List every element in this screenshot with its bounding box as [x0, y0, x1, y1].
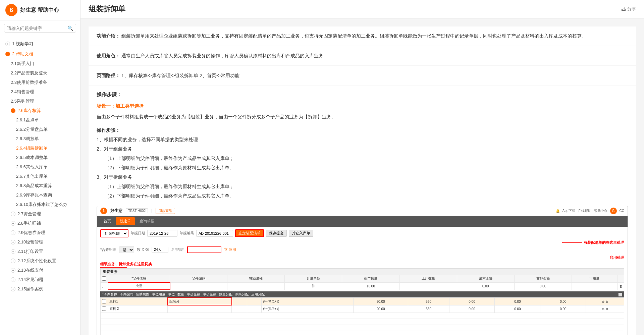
brand-name: 好生意 帮助中心 — [20, 7, 59, 14]
bottom-table-header-bar: *子件名称 子件编码 辅助属性 单位用量 单位 数量 单价金额 单价金额 数量分… — [100, 291, 624, 297]
td-del[interactable]: 🗑 — [618, 282, 624, 290]
collapse-sub-icon: − — [11, 108, 15, 113]
apply-action[interactable]: 立 应用 — [224, 247, 236, 252]
btd-cb-2-inp[interactable] — [102, 306, 106, 311]
app-toolbar: 组装拆卸 组装 拆卸 单据日期 单据编号 选定装配清单 — [100, 229, 624, 237]
sidebar-item-inv-error[interactable]: 2.6.10库存账本错了怎么办 — [0, 200, 80, 209]
bth-label-4: 单位用量 — [152, 292, 165, 297]
sidebar-item-other-out[interactable]: 2.6.7其他出库单 — [0, 172, 80, 181]
sidebar-item-cases[interactable]: + 2.15操作案例 — [0, 284, 80, 294]
sidebar-item-inventory[interactable]: − 2.6库存核算 — [0, 106, 80, 115]
intro-block: 功能介绍： 组装拆卸单用来处理企业组装或拆卸等加工业务，支持有固定装配清单的产品… — [89, 26, 636, 46]
form-label-no: 单据编号 — [179, 231, 194, 236]
app-nav-home[interactable]: 首页 — [100, 217, 115, 225]
btd-cb-1[interactable] — [102, 299, 106, 303]
annotation-area-1: 有装配清单的在这里处理 — [100, 240, 624, 245]
search-icon[interactable]: 🔍 — [67, 25, 73, 31]
step3-1: （1）上部明细为父件明细，最终作为原材料生成其它出库单； — [97, 182, 628, 191]
top-table-body: 成品 件 10.00 0.00 0.00 — [101, 282, 624, 290]
expand-faq-icon: + — [11, 277, 15, 282]
btd-enable-2: 0.00 — [540, 305, 586, 313]
btd-child-code-2 — [168, 305, 232, 313]
btd-child-name-2: 原料 2 — [108, 305, 168, 313]
expand-icon: + — [5, 42, 10, 46]
expand-mobile-icon: + — [11, 221, 15, 226]
btd-price-1: 30.00 — [354, 298, 408, 305]
search-wrap[interactable]: 🔍 — [4, 24, 76, 33]
sidebar-item-transfer[interactable]: 2.6.3调拨单 — [0, 134, 80, 144]
sidebar-item-assembly[interactable]: 2.6.4组装拆卸单 — [0, 144, 80, 153]
screenshot-container: 6 好生意 TEST-H002 | 同款商品 🔔 App下载 在线帮助 帮助中心… — [97, 206, 628, 335]
annotation-arrow-2 — [100, 267, 127, 268]
search-box: 🔍 — [0, 20, 80, 36]
sidebar-item-partial-stocktake[interactable]: 2.6.2分量盘点单 — [0, 125, 80, 134]
bth-expand[interactable]: ⬜ — [618, 293, 622, 296]
sidebar-item-data-prep[interactable]: 2.3使用前数据准备 — [0, 78, 80, 87]
sidebar-item-ops[interactable]: + 2.10经营管理 — [0, 237, 80, 247]
sidebar-item-mobile[interactable]: + 2.8手机旺铺 — [0, 219, 80, 228]
app-icon-help: 在线帮助 — [578, 209, 591, 213]
th-produce-qty: 生产数量 — [342, 275, 399, 282]
sidebar-item-payment[interactable]: + 2.13在线支付 — [0, 266, 80, 275]
table-row: 原料1 组装分 件+(单位+1) 30.00 560 0.00 0.00 — [101, 298, 624, 305]
btd-enable-1: 0.00 — [540, 298, 586, 305]
share-button[interactable]: 分享 — [621, 6, 636, 12]
form-label-date: 单据日期 — [130, 231, 145, 236]
main-content: 组装拆卸单 分享 功能介绍： 组装拆卸单用来处理企业组装或拆卸等加工业务，支持有… — [80, 0, 644, 335]
sidebar-item-stocktake[interactable]: 2.6.1盘点单 — [0, 115, 80, 125]
btd-remain-2: 0.00 — [495, 305, 540, 313]
app-nav-new[interactable]: 新建单 — [116, 217, 135, 225]
sidebar-item-purchase[interactable]: 2.5采购管理 — [0, 97, 80, 106]
apply-btn-label: 启用品用 — [171, 247, 184, 252]
merge-select[interactable]: 是否 — [119, 246, 134, 253]
sidebar-item-finance[interactable]: + 2.7资金管理 — [0, 209, 80, 219]
bth-label-5: 单位 — [168, 292, 175, 297]
btd-ops-2[interactable]: ⊕ ⊗ — [586, 305, 624, 313]
table-row: 成品 件 10.00 0.00 0.00 — [101, 282, 624, 290]
close-btn[interactable]: 其它入库单 — [289, 230, 313, 237]
bottom-table: 原料1 组装分 件+(单位+1) 30.00 560 0.00 0.00 — [100, 297, 624, 335]
qty-input[interactable] — [152, 247, 168, 253]
th-action — [618, 275, 624, 282]
sidebar-item-print[interactable]: + 2.11打印设置 — [0, 247, 80, 256]
sidebar-item-custom[interactable]: + 2.12系统个性化设置 — [0, 256, 80, 266]
btd-empty-5 — [101, 325, 624, 331]
save-submit-btn[interactable]: 保存提交 — [266, 230, 287, 237]
btd-price-2: 20.00 — [354, 305, 408, 313]
app-header-left: 6 好生意 TEST-H002 | 同款商品 — [100, 208, 175, 214]
sidebar-item-inv-ledger[interactable]: 2.6.9库存账本查询 — [0, 190, 80, 200]
td-factory-qty — [399, 282, 457, 290]
sidebar-item-newbie[interactable]: 2.1新手入门 — [0, 59, 80, 68]
sidebar-item-other-in[interactable]: 2.6.6其他入库单 — [0, 162, 80, 172]
doc-no-input[interactable] — [196, 230, 233, 237]
app-highlight-btn[interactable]: 同款商品 — [156, 208, 175, 214]
sidebar-item-sales[interactable]: 2.4销售管理 — [0, 87, 80, 97]
sidebar-item-faq[interactable]: + 2.14常见问题 — [0, 275, 80, 284]
step2: 2、对于组装业务 — [97, 144, 628, 154]
sidebar-item-cost-recalc[interactable]: 2.6.8商品成本重算 — [0, 181, 80, 190]
row-checkbox-1[interactable] — [102, 284, 106, 288]
td-other: 0.00 — [514, 282, 572, 290]
btd-ops-1[interactable]: ⊕ ⊗ — [586, 298, 624, 305]
select-all-top[interactable] — [102, 276, 106, 281]
sidebar-item-install[interactable]: 2.2产品安装及登录 — [0, 68, 80, 78]
search-input[interactable] — [7, 26, 67, 31]
sidebar-item-video[interactable]: + 1.视频学习 — [0, 39, 80, 49]
type-select-wrap: 组装拆卸 组装 拆卸 — [100, 229, 128, 237]
assembly-type-area: 选定装配清单 保存提交 其它入库单 — [235, 229, 313, 237]
table-row: 原料 2 件+(单位+1) 20.00 360 0.00 0.00 — [101, 305, 624, 313]
app-brand: 好生意 — [110, 208, 122, 214]
sidebar-item-cost-adj[interactable]: 2.6.5成本调整单 — [0, 153, 80, 162]
date-input[interactable] — [147, 230, 177, 237]
app-nav-query[interactable]: 查询单据 — [136, 217, 158, 225]
apply-input[interactable] — [187, 246, 221, 253]
sidebar-item-docs[interactable]: − 2.帮助文档 — [0, 49, 80, 59]
type-select[interactable]: 组装拆卸 组装 拆卸 — [100, 229, 128, 237]
btd-qty-1: 件+(单位+1) — [261, 298, 354, 305]
sidebar-item-coupon[interactable]: + 2.9优惠券管理 — [0, 228, 80, 237]
btd-empty-4 — [101, 319, 624, 325]
table-row — [101, 331, 624, 335]
btd-child-name-1: 原料1 — [108, 298, 168, 305]
expand-payment-icon: + — [11, 268, 15, 273]
assembly-confirm-btn[interactable]: 选定装配清单 — [235, 229, 264, 237]
